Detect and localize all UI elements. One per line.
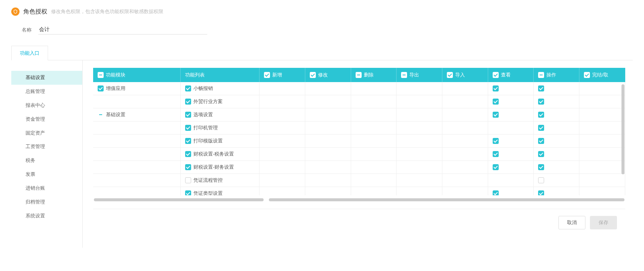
horizontal-scrollbar[interactable]: [93, 198, 625, 201]
name-label: 名称: [22, 27, 32, 33]
checkbox[interactable]: [185, 125, 191, 131]
function-label: 打印机管理: [193, 124, 218, 131]
column-header: 修改: [305, 68, 351, 82]
checkbox[interactable]: [185, 164, 191, 170]
checkbox[interactable]: [493, 85, 499, 91]
checkbox[interactable]: [493, 164, 499, 170]
sidebar-item[interactable]: 工资管理: [11, 140, 82, 154]
checkbox[interactable]: [185, 99, 191, 105]
checkbox[interactable]: [538, 190, 544, 195]
column-label: 删除: [364, 72, 374, 78]
checkbox[interactable]: [538, 151, 544, 157]
module-label: 增值应用: [106, 85, 125, 92]
column-label: 导出: [409, 72, 419, 78]
column-header: 功能模块: [93, 68, 180, 82]
page-title: 角色授权: [23, 8, 47, 16]
checkbox[interactable]: [401, 72, 407, 78]
column-header: 完结/取: [579, 68, 625, 82]
column-label: 修改: [318, 72, 328, 78]
column-header: 功能列表: [180, 68, 259, 82]
checkbox[interactable]: [185, 177, 191, 183]
table-row: 财税设置-财务设置: [93, 161, 625, 174]
main-panel: 功能模块功能列表新增修改删除导出导入查看操作完结/取 增值应用小畅报销外贸行业方…: [83, 60, 633, 248]
sidebar-item[interactable]: 固定资产: [11, 126, 82, 140]
function-label: 财税设置-税务设置: [193, 151, 234, 157]
footer-actions: 取消 保存: [93, 209, 625, 236]
function-label: 凭证流程管控: [193, 177, 223, 184]
page-header: 角色授权 修改角色权限，包含该角色功能权限和敏感数据权限: [11, 7, 633, 16]
column-header: 删除: [351, 68, 397, 82]
column-header: 新增: [259, 68, 305, 82]
column-label: 完结/取: [592, 72, 608, 78]
function-label: 外贸行业方案: [193, 98, 223, 105]
column-label: 操作: [546, 72, 556, 78]
function-label: 打印模版设置: [193, 138, 223, 144]
table-row: 财税设置-税务设置: [93, 148, 625, 161]
sidebar-item[interactable]: 进销台账: [11, 181, 82, 195]
column-label: 导入: [455, 72, 465, 78]
function-label: 凭证类型设置: [193, 190, 223, 195]
checkbox[interactable]: [185, 138, 191, 144]
sidebar-item[interactable]: 资金管理: [11, 112, 82, 126]
checkbox[interactable]: [98, 72, 104, 78]
checkbox[interactable]: [310, 72, 316, 78]
column-label: 功能模块: [106, 72, 125, 78]
checkbox[interactable]: [538, 138, 544, 144]
checkbox[interactable]: [493, 151, 499, 157]
checkbox[interactable]: [538, 112, 544, 118]
checkbox[interactable]: [98, 112, 104, 118]
checkbox[interactable]: [493, 190, 499, 195]
tabs: 功能入口: [11, 46, 633, 60]
checkbox[interactable]: [264, 72, 270, 78]
sidebar-item[interactable]: 发票: [11, 168, 82, 181]
save-button[interactable]: 保存: [590, 216, 617, 229]
checkbox[interactable]: [185, 190, 191, 195]
module-label: 基础设置: [106, 111, 125, 118]
table-row: 外贸行业方案: [93, 95, 625, 108]
checkbox[interactable]: [493, 99, 499, 105]
sidebar-item[interactable]: 税务: [11, 154, 82, 168]
vertical-scrollbar[interactable]: [621, 84, 624, 174]
cancel-button[interactable]: 取消: [558, 216, 585, 229]
checkbox[interactable]: [493, 112, 499, 118]
sidebar-item[interactable]: 总账管理: [11, 85, 82, 99]
name-field-row: 名称: [22, 25, 633, 34]
sidebar-item[interactable]: 系统设置: [11, 209, 82, 223]
checkbox[interactable]: [584, 72, 590, 78]
checkbox[interactable]: [538, 164, 544, 170]
checkbox[interactable]: [185, 112, 191, 118]
column-label: 新增: [272, 72, 282, 78]
checkbox[interactable]: [538, 99, 544, 105]
function-label: 小畅报销: [193, 85, 213, 92]
table-row: 增值应用小畅报销: [93, 82, 625, 95]
checkbox[interactable]: [493, 72, 499, 78]
checkbox[interactable]: [98, 85, 104, 91]
column-header: 导入: [442, 68, 488, 82]
sidebar-item[interactable]: 归档管理: [11, 195, 82, 209]
column-label: 功能列表: [185, 72, 205, 78]
sidebar: 基础设置总账管理报表中心资金管理固定资产工资管理税务发票进销台账归档管理系统设置: [11, 60, 83, 248]
column-header: 查看: [488, 68, 534, 82]
page-subtitle: 修改角色权限，包含该角色功能权限和敏感数据权限: [51, 8, 163, 15]
table-row: 打印模版设置: [93, 135, 625, 148]
checkbox[interactable]: [185, 151, 191, 157]
table-row: 基础设置选项设置: [93, 108, 625, 121]
table-row: 凭证流程管控: [93, 174, 625, 187]
checkbox[interactable]: [538, 177, 544, 183]
sidebar-item[interactable]: 基础设置: [11, 71, 82, 85]
checkbox[interactable]: [356, 72, 362, 78]
permission-table-wrap[interactable]: 功能模块功能列表新增修改删除导出导入查看操作完结/取 增值应用小畅报销外贸行业方…: [93, 68, 625, 195]
checkbox[interactable]: [447, 72, 453, 78]
checkbox[interactable]: [538, 125, 544, 131]
sidebar-item[interactable]: 报表中心: [11, 99, 82, 112]
checkbox[interactable]: [185, 85, 191, 91]
name-input[interactable]: [38, 25, 207, 34]
checkbox[interactable]: [538, 85, 544, 91]
column-header: 操作: [534, 68, 579, 82]
tab-function-entry[interactable]: 功能入口: [11, 46, 48, 60]
table-row: 打印机管理: [93, 121, 625, 135]
function-label: 选项设置: [193, 111, 213, 118]
checkbox[interactable]: [538, 72, 544, 78]
checkbox[interactable]: [493, 138, 499, 144]
column-label: 查看: [501, 72, 511, 78]
